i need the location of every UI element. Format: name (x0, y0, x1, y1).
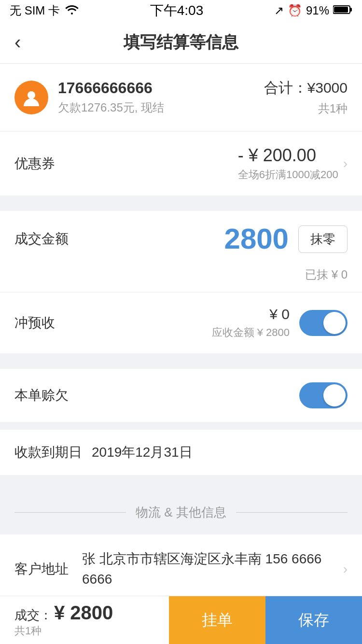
coupon-desc: 全场6折满1000减200 (238, 168, 338, 182)
section-divider-3 (0, 483, 362, 490)
coupon-info: - ¥ 200.00 全场6折满1000减200 (238, 145, 338, 182)
save-button[interactable]: 保存 (265, 596, 362, 644)
chevron-right-icon: › (343, 156, 348, 171)
order-count: 共1种 (264, 101, 348, 116)
battery-icon (333, 4, 352, 17)
already-rounded-text: 已抹 ¥ 0 (0, 267, 362, 292)
deal-amount-row: 成交金额 2800 抹零 (0, 211, 362, 267)
bottom-bar: 成交： ¥ 2800 共1种 挂单 保存 (0, 596, 362, 644)
section-divider-2 (0, 361, 362, 369)
battery-level: 91% (306, 4, 329, 17)
address-row[interactable]: 客户地址 张 北京市市辖区海淀区永丰南 156 6666 6666 › (0, 534, 362, 604)
charge-label: 冲预收 (14, 314, 55, 332)
section-divider-1 (0, 203, 362, 211)
svg-rect-2 (334, 7, 348, 13)
sim-label: 无 SIM 卡 (10, 3, 60, 18)
customer-debt: 欠款1276.35元, 现结 (58, 100, 164, 115)
customer-info: 17666666666 欠款1276.35元, 现结 (58, 79, 164, 115)
avatar (14, 81, 48, 114)
charge-toggle[interactable] (299, 310, 348, 336)
status-left: 无 SIM 卡 (10, 3, 79, 18)
bottom-summary: 成交： ¥ 2800 共1种 (0, 596, 169, 644)
customer-phone: 17666666666 (58, 79, 164, 97)
logistics-line-right (236, 512, 348, 513)
bottom-deal-label: 成交： (14, 607, 52, 624)
svg-rect-1 (350, 8, 352, 12)
charge-value-block: ¥ 0 应收金额 ¥ 2800 (212, 306, 290, 340)
deal-amount-section: 成交金额 2800 抹零 已抹 ¥ 0 冲预收 ¥ 0 应收金额 ¥ 2800 (0, 211, 362, 353)
wifi-icon (65, 4, 79, 17)
logistics-header: 物流 & 其他信息 (0, 490, 362, 534)
customer-left: 17666666666 欠款1276.35元, 现结 (14, 79, 164, 115)
coupon-right: - ¥ 200.00 全场6折满1000减200 › (238, 145, 348, 182)
address-value: 张 北京市市辖区海淀区永丰南 156 6666 6666 (82, 549, 334, 589)
debt-toggle[interactable] (299, 382, 348, 408)
due-date-row: 收款到期日 2019年12月31日 (0, 430, 362, 475)
coupon-amount: - ¥ 200.00 (238, 145, 338, 166)
coupon-row[interactable]: 优惠券 - ¥ 200.00 全场6折满1000减200 › (0, 132, 362, 196)
bottom-count: 共1种 (14, 624, 154, 638)
round-zero-button[interactable]: 抹零 (298, 225, 348, 253)
alarm-icon: ⏰ (288, 4, 302, 17)
bottom-deal-row: 成交： ¥ 2800 (14, 602, 154, 624)
nav-bar: ‹ 填写结算等信息 (0, 21, 362, 64)
due-date-value: 2019年12月31日 (92, 443, 193, 462)
svg-point-3 (28, 91, 35, 99)
status-bar: 无 SIM 卡 下午4:03 ↗ ⏰ 91% (0, 0, 362, 21)
address-label: 客户地址 (14, 560, 72, 578)
location-icon: ↗ (274, 4, 284, 17)
status-time: 下午4:03 (150, 1, 204, 20)
charge-row: 冲预收 ¥ 0 应收金额 ¥ 2800 (0, 292, 362, 353)
customer-right: 合计：¥3000 共1种 (264, 78, 348, 116)
order-total: 合计：¥3000 (264, 78, 348, 98)
status-right: ↗ ⏰ 91% (274, 4, 352, 17)
hold-order-button[interactable]: 挂单 (169, 596, 265, 644)
charge-sub: 应收金额 ¥ 2800 (212, 325, 290, 340)
this-order-row: 本单赊欠 (0, 369, 362, 422)
deal-amount-label: 成交金额 (14, 230, 69, 248)
charge-right: ¥ 0 应收金额 ¥ 2800 (212, 306, 348, 340)
charge-value: ¥ 0 (212, 306, 290, 322)
logistics-text: 物流 & 其他信息 (136, 504, 226, 521)
customer-card: 17666666666 欠款1276.35元, 现结 合计：¥3000 共1种 (0, 64, 362, 131)
coupon-label: 优惠券 (14, 154, 55, 173)
this-order-label: 本单赊欠 (14, 386, 69, 405)
back-button[interactable]: ‹ (14, 31, 21, 53)
logistics-line-left (14, 512, 126, 513)
address-chevron-icon: › (343, 561, 348, 577)
page-title: 填写结算等信息 (124, 31, 238, 54)
bottom-amount: ¥ 2800 (54, 602, 113, 624)
due-date-label: 收款到期日 (14, 443, 82, 462)
deal-right: 2800 抹零 (224, 224, 348, 253)
deal-amount-value: 2800 (224, 224, 289, 253)
